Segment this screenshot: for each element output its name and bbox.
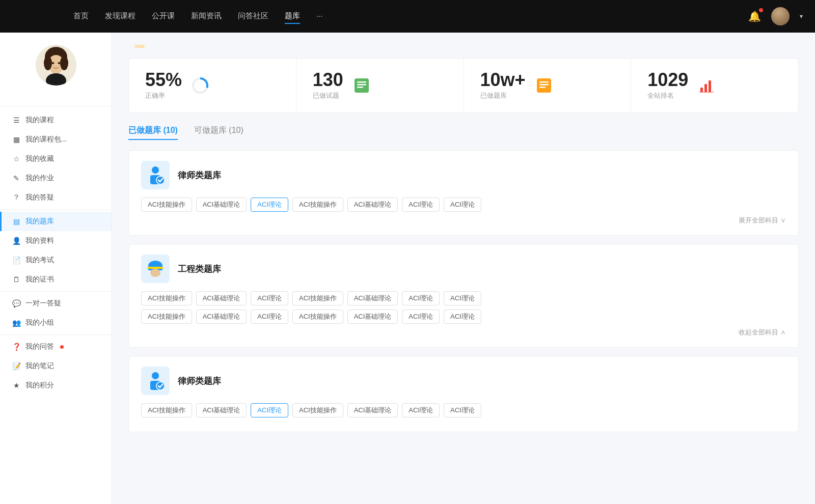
tag-row2-0[interactable]: ACI技能操作 bbox=[141, 310, 192, 324]
tag-6[interactable]: ACI理论 bbox=[444, 291, 481, 305]
tag-0[interactable]: ACI技能操作 bbox=[141, 403, 192, 417]
tag-2[interactable]: ACI理论 bbox=[251, 198, 288, 212]
tag-1[interactable]: ACI基础理论 bbox=[196, 403, 247, 417]
nav-menu-item[interactable]: 问答社区 bbox=[238, 9, 268, 24]
tag-4[interactable]: ACI基础理论 bbox=[347, 198, 398, 212]
sidebar-item-我的笔记[interactable]: 📝我的笔记 bbox=[0, 356, 112, 376]
sidebar-item-一对一答疑[interactable]: 💬一对一答疑 bbox=[0, 294, 112, 313]
sidebar-item-label: 我的收藏 bbox=[25, 154, 54, 163]
bank-cards-container: 律师类题库ACI技能操作ACI基础理论ACI理论ACI技能操作ACI基础理论AC… bbox=[128, 150, 799, 432]
sidebar: ☰我的课程▦我的课程包...☆我的收藏✎我的作业？我的答疑▤我的题库👤我的资料📄… bbox=[0, 33, 112, 504]
svg-rect-16 bbox=[539, 81, 549, 83]
tag-6[interactable]: ACI理论 bbox=[444, 403, 481, 417]
navbar: 首页发现课程公开课新闻资讯问答社区题库··· 🔔 ▾ bbox=[0, 0, 815, 33]
tag-5[interactable]: ACI理论 bbox=[402, 198, 440, 212]
tag-4[interactable]: ACI基础理论 bbox=[347, 291, 398, 305]
sidebar-item-label: 我的课程包... bbox=[25, 135, 67, 144]
nav-menu-item[interactable]: 题库 bbox=[285, 9, 300, 24]
nav-menu-item[interactable]: ··· bbox=[316, 9, 323, 24]
nav-menu-item[interactable]: 新闻资讯 bbox=[191, 9, 222, 24]
main-content: 55%正确率 130已做试题 10w+已做题库 1029全站排名 已做题库 (1… bbox=[112, 33, 815, 504]
qa-icon: ❓ bbox=[12, 343, 20, 351]
tag-3[interactable]: ACI技能操作 bbox=[292, 291, 343, 305]
tag-2[interactable]: ACI理论 bbox=[251, 403, 288, 417]
tab-0[interactable]: 已做题库 (10) bbox=[128, 125, 178, 140]
tag-1[interactable]: ACI基础理论 bbox=[196, 198, 247, 212]
nav-menu-item[interactable]: 首页 bbox=[73, 9, 89, 24]
tag-0[interactable]: ACI技能操作 bbox=[141, 291, 192, 305]
stat-item-0: 55%正确率 bbox=[129, 59, 296, 113]
tag-1[interactable]: ACI基础理论 bbox=[196, 291, 247, 305]
svg-rect-17 bbox=[539, 84, 549, 86]
tag-row2-2[interactable]: ACI理论 bbox=[251, 310, 288, 324]
lawyer-icon bbox=[141, 367, 170, 395]
sidebar-divider bbox=[0, 209, 112, 210]
tag-3[interactable]: ACI技能操作 bbox=[292, 198, 343, 212]
tag-row2-1[interactable]: ACI基础理论 bbox=[196, 310, 247, 324]
sidebar-item-我的资料[interactable]: 👤我的资料 bbox=[0, 231, 112, 250]
bank-card-1: 工程类题库ACI技能操作ACI基础理论ACI理论ACI技能操作ACI基础理论AC… bbox=[128, 244, 799, 348]
tag-row2-4[interactable]: ACI基础理论 bbox=[347, 310, 398, 324]
svg-point-28 bbox=[150, 269, 160, 277]
sidebar-item-我的答疑[interactable]: ？我的答疑 bbox=[0, 188, 112, 207]
user-avatar[interactable] bbox=[771, 7, 790, 25]
sidebar-item-label: 我的课程 bbox=[25, 116, 54, 125]
trial-badge bbox=[134, 45, 145, 48]
svg-rect-19 bbox=[700, 88, 703, 92]
expand-link-1[interactable]: 收起全部科目 ∧ bbox=[141, 328, 786, 337]
stat-item-2: 10w+已做题库 bbox=[464, 59, 632, 113]
tab-1[interactable]: 可做题库 (10) bbox=[194, 125, 243, 140]
tag-6[interactable]: ACI理论 bbox=[444, 198, 481, 212]
tag-row2-6[interactable]: ACI理论 bbox=[444, 310, 481, 324]
sidebar-menu: ☰我的课程▦我的课程包...☆我的收藏✎我的作业？我的答疑▤我的题库👤我的资料📄… bbox=[0, 106, 112, 399]
bar-icon: ▦ bbox=[12, 135, 20, 144]
nav-menu-item[interactable]: 公开课 bbox=[152, 9, 175, 24]
sidebar-avatar bbox=[36, 45, 76, 86]
tag-5[interactable]: ACI理论 bbox=[402, 291, 440, 305]
stat-item-3: 1029全站排名 bbox=[631, 59, 798, 113]
sidebar-item-label: 我的问答 bbox=[25, 342, 54, 351]
sidebar-item-label: 我的证书 bbox=[25, 275, 54, 284]
stat-number-0: 55% bbox=[145, 71, 182, 89]
tag-row2-3[interactable]: ACI技能操作 bbox=[292, 310, 343, 324]
stat-label-3: 全站排名 bbox=[647, 91, 688, 100]
sidebar-item-我的题库[interactable]: ▤我的题库 bbox=[0, 212, 112, 231]
sidebar-item-我的考试[interactable]: 📄我的考试 bbox=[0, 250, 112, 270]
nav-menu-item[interactable]: 发现课程 bbox=[105, 9, 135, 24]
svg-point-3 bbox=[44, 56, 52, 70]
bank-card-title: 律师类题库 bbox=[178, 170, 221, 181]
question-icon: ？ bbox=[12, 193, 20, 202]
expand-link-0[interactable]: 展开全部科目 ∨ bbox=[141, 216, 786, 225]
stat-label-1: 已做试题 bbox=[313, 91, 343, 100]
tag-4[interactable]: ACI基础理论 bbox=[347, 403, 398, 417]
avatar-dropdown-arrow[interactable]: ▾ bbox=[800, 13, 803, 20]
star-icon: ☆ bbox=[12, 155, 20, 163]
tag-row2-5[interactable]: ACI理论 bbox=[402, 310, 440, 324]
svg-rect-12 bbox=[357, 81, 366, 83]
donut-icon bbox=[190, 75, 210, 96]
sidebar-item-我的作业[interactable]: ✎我的作业 bbox=[0, 169, 112, 188]
svg-point-7 bbox=[51, 62, 54, 64]
tag-0[interactable]: ACI技能操作 bbox=[141, 198, 192, 212]
sidebar-item-我的课程包...[interactable]: ▦我的课程包... bbox=[0, 130, 112, 149]
tabs: 已做题库 (10)可做题库 (10) bbox=[128, 125, 799, 140]
score-icon: ★ bbox=[12, 381, 20, 389]
lawyer-icon bbox=[141, 161, 170, 189]
stat-label-2: 已做题库 bbox=[480, 91, 526, 100]
tag-2[interactable]: ACI理论 bbox=[251, 291, 288, 305]
sidebar-item-我的收藏[interactable]: ☆我的收藏 bbox=[0, 149, 112, 169]
notification-bell[interactable]: 🔔 bbox=[748, 10, 761, 22]
note-list-icon bbox=[351, 75, 372, 96]
tags-row-1: ACI技能操作ACI基础理论ACI理论ACI技能操作ACI基础理论ACI理论AC… bbox=[141, 403, 786, 417]
sidebar-item-label: 我的小组 bbox=[25, 318, 54, 327]
bank-card-title: 律师类题库 bbox=[178, 375, 221, 387]
svg-rect-29 bbox=[147, 267, 164, 269]
sidebar-item-我的课程[interactable]: ☰我的课程 bbox=[0, 110, 112, 130]
tag-5[interactable]: ACI理论 bbox=[402, 403, 440, 417]
stat-item-1: 130已做试题 bbox=[296, 59, 464, 113]
sidebar-item-我的证书[interactable]: 🗒我的证书 bbox=[0, 270, 112, 289]
sidebar-item-我的问答[interactable]: ❓我的问答 bbox=[0, 337, 112, 356]
sidebar-item-我的积分[interactable]: ★我的积分 bbox=[0, 376, 112, 395]
sidebar-item-我的小组[interactable]: 👥我的小组 bbox=[0, 313, 112, 332]
tag-3[interactable]: ACI技能操作 bbox=[292, 403, 343, 417]
